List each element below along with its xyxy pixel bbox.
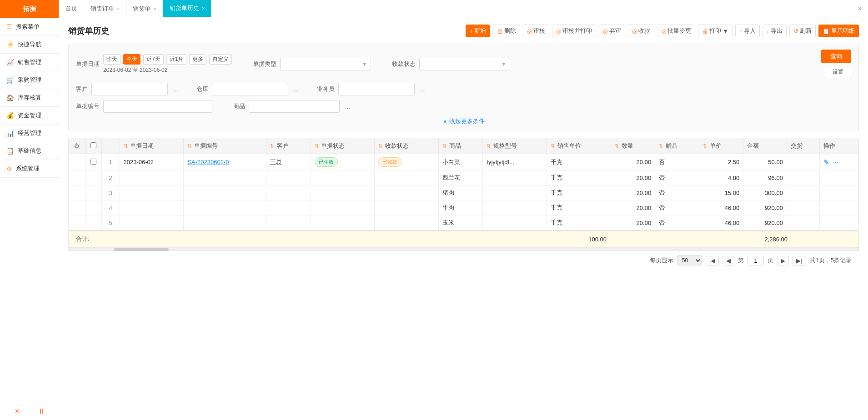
cell-doc-number-0[interactable]: SA-20230602-0 xyxy=(184,154,266,170)
sidebar-pause-icon[interactable]: ⏸ xyxy=(38,407,45,415)
edit-icon-0[interactable]: ✎ xyxy=(823,158,829,166)
warehouse-ellipsis[interactable]: ... xyxy=(292,86,301,93)
sidebar-item-inventory[interactable]: 🏠 库存核算 xyxy=(0,89,59,107)
col-settings[interactable]: ⚙ xyxy=(69,138,85,154)
add-button[interactable]: + 新增 xyxy=(466,25,491,37)
col-checkbox-header[interactable] xyxy=(85,138,101,154)
customer-ellipsis[interactable]: ... xyxy=(171,86,180,93)
query-button[interactable]: 查询 xyxy=(821,50,851,63)
cell-spec-4 xyxy=(483,215,547,230)
cell-goods-4: 玉米 xyxy=(439,215,483,230)
sidebar-sun-icon[interactable]: ☀ xyxy=(14,407,20,415)
setting-button[interactable]: 设置 xyxy=(825,66,851,78)
more-btn[interactable]: 更多 xyxy=(189,54,206,65)
col-doc-number[interactable]: ⇅ 单据编号 xyxy=(184,138,266,154)
customer-input[interactable] xyxy=(91,83,168,95)
cell-actions-4 xyxy=(820,215,858,230)
cell-checkbox-4[interactable] xyxy=(85,215,101,230)
import-button[interactable]: ↑ 导入 xyxy=(735,25,760,37)
warehouse-input[interactable] xyxy=(212,83,288,95)
col-gift[interactable]: ⇅ 赠品 xyxy=(655,138,699,154)
cell-trade-0 xyxy=(787,154,819,170)
doc-number-link-0[interactable]: SA-20230602-0 xyxy=(187,159,229,165)
select-all-checkbox[interactable] xyxy=(90,142,96,148)
first-page-btn[interactable]: |◀ xyxy=(706,256,719,265)
last-page-btn[interactable]: ▶| xyxy=(793,256,806,265)
yesterday-btn[interactable]: 昨天 xyxy=(103,54,120,65)
cell-settings-2 xyxy=(69,185,85,200)
doc-type-select[interactable]: ▼ xyxy=(280,58,371,70)
custom-btn[interactable]: 自定义 xyxy=(209,54,232,65)
audit-button[interactable]: ◎ 审核 xyxy=(523,25,549,37)
salesperson-input[interactable] xyxy=(338,83,415,95)
table-row: 2 西兰花 千克 20.00 否 4.80 96.00 xyxy=(69,170,858,185)
cell-price-3: 46.00 xyxy=(699,200,743,215)
more-icon-0[interactable]: ⋯ xyxy=(832,158,839,166)
settings-gear-icon[interactable]: ⚙ xyxy=(74,142,80,150)
col-spec[interactable]: ⇅ 规格型号 xyxy=(483,138,547,154)
delete-button[interactable]: 🗑 删除 xyxy=(493,25,520,37)
page-input[interactable] xyxy=(748,256,764,265)
finance-icon: 💰 xyxy=(6,112,14,119)
cell-checkbox-0[interactable] xyxy=(85,154,101,170)
col-goods[interactable]: ⇅ 商品 xyxy=(439,138,483,154)
page-size-select[interactable]: 50 100 200 xyxy=(677,255,702,265)
goods-ellipsis[interactable]: ... xyxy=(343,103,352,110)
sidebar-item-sales-mgmt[interactable]: 📈 销售管理 xyxy=(0,54,59,71)
sidebar-item-search-menu[interactable]: ☰ 搜索菜单 xyxy=(0,18,59,36)
cell-checkbox-1[interactable] xyxy=(85,170,101,185)
sidebar-item-finance[interactable]: 💰 资金管理 xyxy=(0,107,59,125)
goods-input[interactable] xyxy=(249,100,340,113)
scrollbar-thumb[interactable] xyxy=(114,248,169,251)
lastmonth-btn[interactable]: 近1月 xyxy=(166,54,187,65)
prev-page-btn[interactable]: ◀ xyxy=(722,256,734,265)
horizontal-scrollbar[interactable] xyxy=(68,247,859,251)
sidebar-item-system[interactable]: ⚙ 系统管理 xyxy=(0,160,59,178)
abandon-button[interactable]: ◎ 弃审 xyxy=(599,25,625,37)
cell-checkbox-3[interactable] xyxy=(85,200,101,215)
sidebar-item-quick-nav[interactable]: ⚡ 快捷导航 xyxy=(0,36,59,54)
sidebar-item-operations[interactable]: 📊 经营管理 xyxy=(0,125,59,142)
cell-doc-date-2 xyxy=(120,185,184,200)
sidebar-item-basic-info[interactable]: 📋 基础信息 xyxy=(0,142,59,160)
tab-sales-order[interactable]: 销售订单 × xyxy=(84,0,126,17)
sidebar-item-purchase-mgmt[interactable]: 🛒 采购管理 xyxy=(0,71,59,89)
tab-home[interactable]: 首页 xyxy=(59,0,84,17)
collapse-row[interactable]: ∧ 收起更多条件 xyxy=(76,117,851,125)
tab-sales-delivery-close[interactable]: × xyxy=(153,6,156,11)
cell-customer-1 xyxy=(266,170,311,185)
cell-price-1: 4.80 xyxy=(699,170,743,185)
audit-print-button[interactable]: ◎ 审核并打印 xyxy=(552,25,596,37)
tab-sales-history[interactable]: 销货单历史 × xyxy=(163,0,211,17)
col-unit[interactable]: ⇅ 销售单位 xyxy=(547,138,611,154)
collect-status-filter: 收款状态 ▼ xyxy=(392,58,510,70)
export-button[interactable]: ↓ 导出 xyxy=(763,25,787,37)
collect-button[interactable]: ◎ 收款 xyxy=(628,25,654,37)
col-doc-date[interactable]: ⇅ 单据日期 xyxy=(120,138,184,154)
cell-doc-date-4 xyxy=(120,215,184,230)
tab-sales-delivery[interactable]: 销货单 × xyxy=(126,0,163,17)
collect-status-select[interactable]: ▼ xyxy=(419,58,510,70)
last7days-btn[interactable]: 近7天 xyxy=(143,54,164,65)
col-qty[interactable]: ⇅ 数量 xyxy=(611,138,655,154)
next-page-btn[interactable]: ▶ xyxy=(777,256,789,265)
col-price[interactable]: ⇅ 单价 xyxy=(699,138,743,154)
total-qty: 100.00 xyxy=(431,236,764,243)
show-detail-button[interactable]: 📋 显示明细 xyxy=(818,25,859,37)
tab-sales-order-close[interactable]: × xyxy=(117,6,120,11)
col-collect-status[interactable]: ⇅ 收款状态 xyxy=(375,138,439,154)
row-checkbox-0[interactable] xyxy=(90,159,96,165)
sidebar-item-label: 采购管理 xyxy=(18,76,41,84)
col-customer[interactable]: ⇅ 客户 xyxy=(266,138,311,154)
today-btn[interactable]: 今天 xyxy=(123,54,140,65)
batch-change-button[interactable]: ◎ 批量变更 xyxy=(657,25,695,37)
salesperson-ellipsis[interactable]: ... xyxy=(418,86,427,93)
cell-checkbox-2[interactable] xyxy=(85,185,101,200)
window-close-btn[interactable]: × xyxy=(852,5,868,12)
print-button[interactable]: 🖨 打印 ▼ xyxy=(698,25,733,37)
doc-number-input[interactable] xyxy=(103,100,212,113)
refresh-button[interactable]: ↺ 刷新 xyxy=(789,25,816,37)
tab-sales-history-close[interactable]: × xyxy=(202,5,205,11)
cell-goods-1: 西兰花 xyxy=(439,170,483,185)
col-doc-status[interactable]: ⇅ 单据状态 xyxy=(311,138,375,154)
